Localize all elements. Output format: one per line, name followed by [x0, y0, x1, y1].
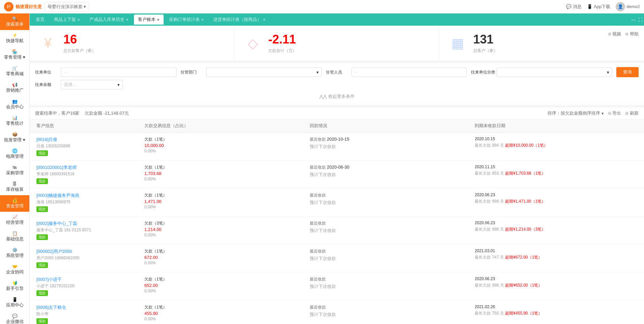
user-area[interactable]: 👤 demo2: [616, 2, 640, 11]
result-bar: 搜索结果中，客户16家 欠款金额 -21,148.07元 排序：按欠款金额倒序排…: [30, 108, 644, 119]
store-selector[interactable]: 母婴行业演示账套 ▾: [45, 2, 89, 11]
sort-button[interactable]: 排序：按欠款金额倒序排序 ▾: [548, 110, 604, 116]
filter-unit-input[interactable]: ···: [61, 67, 176, 77]
filter-person-input[interactable]: ···: [352, 67, 467, 77]
customer-badge-5: 现款: [36, 262, 48, 268]
debt-cell-1: 欠款（1笔） 10,000.00 0.00%: [143, 137, 308, 153]
sidebar-item-marketing[interactable]: 📢 营销推广: [0, 80, 29, 96]
filter-item-dept: 分管部门 ▾: [180, 67, 322, 77]
sidebar-purchase-label: 采购管理: [2, 170, 27, 176]
sidebar-item-guide[interactable]: 🔰 新手引导: [0, 278, 29, 294]
refresh-icon: ⊙: [625, 111, 628, 116]
dept-chevron-icon: ▾: [316, 70, 319, 75]
sidebar-item-ecommerce[interactable]: 🌐 电商管理: [0, 146, 29, 162]
tab-home[interactable]: 首页: [32, 14, 49, 25]
filter-dept-select[interactable]: ▾: [206, 67, 322, 77]
sidebar-item-retail-mgmt[interactable]: 🏪 零售管理 ▾: [0, 47, 29, 63]
customer-name-1[interactable]: [0016]吕俊: [36, 137, 57, 142]
tab-history-close[interactable]: ✕: [126, 18, 129, 22]
video-button[interactable]: ⊙ 视频: [608, 31, 621, 37]
sidebar-collab-label: 企业协同: [2, 269, 27, 275]
tab-product-on-off[interactable]: 商品上下架 ✕: [50, 14, 84, 25]
sidebar-item-inventory[interactable]: 🗄 库存核算: [0, 179, 29, 195]
sidebar-item-wechat[interactable]: 💬 企业微信: [0, 311, 29, 324]
debt-percent-2: 0.00%: [144, 177, 307, 181]
customer-name-6[interactable]: [0007]小进干: [36, 277, 62, 282]
tab-product-close[interactable]: ✕: [77, 18, 80, 22]
refresh-button[interactable]: ⊙ 刷新: [625, 110, 639, 116]
search-icon: 🔍: [2, 16, 27, 21]
tab-purchase-close[interactable]: ✕: [201, 18, 204, 22]
customer-contact-5: 用户2050 18665062050: [36, 255, 142, 261]
filter-unit-type-label: 往来单位分类: [471, 69, 495, 75]
maximize-icon[interactable]: ⛶: [638, 17, 643, 22]
result-customers: 搜索结果中，客户16家: [35, 111, 79, 116]
collapse-button[interactable]: ⋀⋀ 收起更多条件: [35, 92, 639, 101]
app-download-button[interactable]: 📱 App下载: [587, 4, 610, 10]
topbar-right: 💬 消息 📱 App下载 👤 demo2: [566, 2, 640, 11]
customer-cell-3: [0003]畅捷服务尹海燕 海燕 18513066976 现款: [35, 193, 143, 212]
tab-customer-close[interactable]: ✕: [157, 18, 160, 22]
customer-name-2[interactable]: [0001020001]李老师: [36, 165, 77, 170]
debt-count-4: 欠款（3笔）: [144, 220, 307, 226]
customer-contact-3: 海燕 18513066976: [36, 199, 142, 205]
sidebar-item-shortcut[interactable]: ⚡ 快捷导航: [0, 30, 29, 47]
overdue-amount-5[interactable]: 超期¥672.00（1笔）: [505, 255, 542, 260]
sidebar-wholesale-label: 批发管理 ▾: [2, 137, 27, 143]
collection-cell-5: 最近收款 预计下次收款: [308, 248, 474, 262]
sidebar-item-member[interactable]: 👥 会员中心: [0, 96, 29, 113]
sidebar-item-purchase[interactable]: 🛍 采购管理: [0, 162, 29, 179]
debt-count-1: 欠款（1笔）: [144, 137, 307, 142]
balance-placeholder: 选择...: [64, 82, 76, 88]
sidebar-search[interactable]: 🔍 搜索菜单: [0, 13, 29, 30]
sidebar-item-apps[interactable]: 📱 应用中心: [0, 294, 29, 311]
filter-balance-select[interactable]: 选择... ▾: [61, 80, 123, 89]
customer-name-7[interactable]: [0006]去下粮仓: [36, 305, 66, 310]
overdue-amount-1[interactable]: 超期¥10,000.00（1笔）: [505, 143, 548, 148]
debt-amount-3: 1,471.00: [144, 199, 307, 204]
tab-product-history[interactable]: 产成品入库单历史 ✕: [85, 14, 133, 25]
collection-cell-6: 最近收款 预计下次收款: [308, 276, 474, 290]
debt-cell-3: 欠款（1笔） 1,471.00 0.00%: [143, 193, 308, 209]
stat-total-info: 131 总客户（家）: [473, 32, 498, 54]
tab-purchase-product-close[interactable]: ✕: [263, 18, 265, 22]
overdue-amount-7[interactable]: 超期¥455.90（1笔）: [505, 311, 542, 316]
debt-count-3: 欠款（1笔）: [144, 193, 307, 198]
sidebar-item-operation[interactable]: 📈 经营管理: [0, 212, 29, 228]
overdue-amount-2[interactable]: 超期¥1,703.68（1笔）: [505, 171, 545, 176]
customer-name-5[interactable]: [000002]用户2050: [36, 249, 72, 254]
sidebar-item-finance[interactable]: 💰 资金管理: [0, 195, 29, 212]
collection-cell-1: 最近收款 2020-10-15 预计下次收款: [308, 137, 474, 150]
filter-unit-type-select[interactable]: ▾: [497, 67, 612, 77]
overdue-amount-4[interactable]: 超期¥1,214.00（3笔）: [505, 227, 545, 232]
due-cell-7: 2021.02.26 最长欠款 750 天 超期¥455.90（1笔）: [473, 304, 639, 316]
customer-name-4[interactable]: [0002]服务中心_丁磊: [36, 221, 77, 226]
next-collection-7: 预计下次收款: [310, 312, 472, 318]
minimize-icon[interactable]: —: [631, 17, 636, 22]
sidebar-item-basic-info[interactable]: 📋 基础信息: [0, 228, 29, 245]
sidebar-item-retail-store[interactable]: 🛒 零售商城: [0, 63, 29, 80]
filter-item-person: 分管人员 ···: [326, 67, 467, 77]
mobile-icon: 📱: [587, 4, 592, 9]
sidebar-item-collab[interactable]: 🤝 企业协同: [0, 261, 29, 278]
help-button[interactable]: ⊙ 帮助: [625, 31, 639, 37]
customer-name-3[interactable]: [0003]畅捷服务尹海燕: [36, 193, 79, 198]
sidebar-member-label: 会员中心: [2, 104, 27, 110]
overdue-amount-3[interactable]: 超期¥1,471.00（1笔）: [505, 199, 545, 204]
sidebar-item-system[interactable]: ⚙️ 系统管理: [0, 245, 29, 261]
due-date-7: 2021.02.26: [475, 304, 637, 309]
query-button[interactable]: 查询: [616, 67, 639, 77]
debt-count-7: 欠款（1笔）: [144, 304, 307, 310]
sidebar-item-retail-stats[interactable]: 📊 零售统计: [0, 113, 29, 129]
sidebar-item-wholesale[interactable]: 📦 批发管理 ▾: [0, 129, 29, 146]
overdue-amount-6[interactable]: 超期¥652.00（1笔）: [505, 283, 542, 288]
message-button[interactable]: 💬 消息: [566, 4, 582, 10]
tab-purchase-stats[interactable]: 采购订单统计表 ✕: [165, 14, 208, 25]
stat-debtors-value: 16: [63, 32, 96, 47]
debt-percent-6: 0.00%: [144, 289, 307, 293]
tab-customer-account[interactable]: 客户账本 ✕: [134, 14, 164, 25]
basic-info-icon: 📋: [2, 231, 27, 236]
export-icon: ⊙: [608, 111, 611, 116]
export-button[interactable]: ⊙ 导出: [608, 110, 621, 116]
tab-purchase-product[interactable]: 进货单统计表（按商品） ✕: [209, 14, 270, 25]
